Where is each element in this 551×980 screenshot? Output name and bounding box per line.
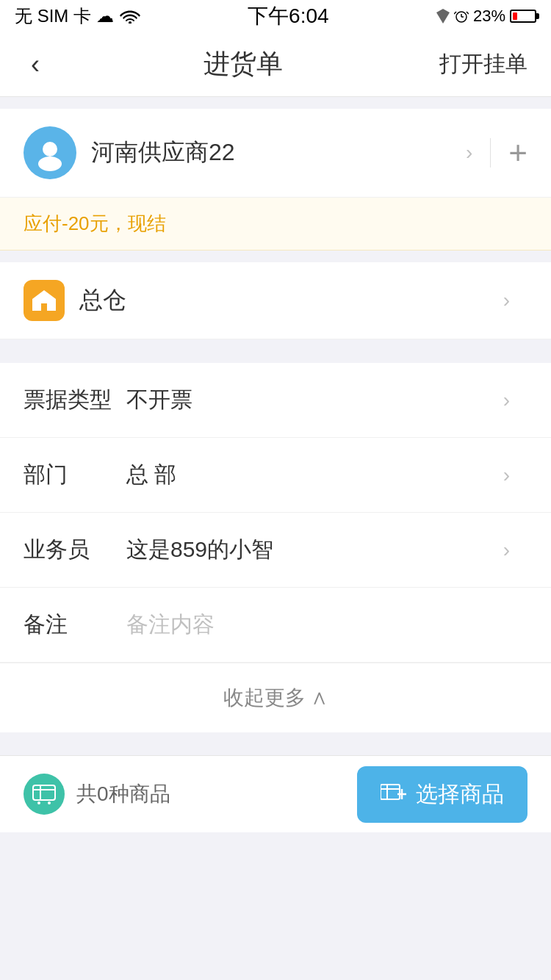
- invoice-label: 票据类型: [24, 385, 126, 415]
- collapse-label: 收起更多 ∧: [223, 686, 328, 709]
- back-button[interactable]: ‹: [24, 42, 47, 87]
- supplier-chevron-icon: ›: [466, 141, 472, 165]
- open-pending-button[interactable]: 打开挂单: [439, 49, 527, 79]
- department-chevron-icon: ›: [503, 464, 510, 487]
- salesperson-row[interactable]: 业务员 这是859的小智 ›: [0, 513, 551, 588]
- remark-input[interactable]: 备注内容: [126, 610, 527, 640]
- battery-icon: [510, 10, 536, 23]
- svg-rect-11: [381, 785, 400, 799]
- house-icon: [31, 289, 57, 312]
- divider1: [0, 251, 551, 262]
- svg-point-5: [38, 156, 62, 171]
- svg-rect-6: [33, 785, 55, 800]
- invoice-row[interactable]: 票据类型 不开票 ›: [0, 363, 551, 438]
- supplier-section: 河南供应商22 › + 应付-20元，现结: [0, 109, 551, 251]
- svg-point-4: [43, 142, 57, 156]
- department-row[interactable]: 部门 总 部 ›: [0, 438, 551, 513]
- invoice-chevron-icon: ›: [503, 389, 510, 412]
- status-left: 无 SIM 卡 ☁: [15, 4, 140, 28]
- salesperson-chevron-icon: ›: [503, 538, 510, 562]
- notice-text: 应付-20元，现结: [24, 212, 166, 234]
- main-background: [0, 832, 551, 980]
- status-right: 23%: [436, 7, 536, 26]
- department-label: 部门: [24, 460, 126, 490]
- status-time: 下午6:04: [248, 2, 329, 30]
- location-icon: [436, 9, 450, 24]
- salesperson-label: 业务员: [24, 535, 126, 565]
- status-bar: 无 SIM 卡 ☁ 下午6:04 23%: [0, 0, 551, 32]
- top-divider: [0, 97, 551, 109]
- cart-icon: [32, 784, 57, 804]
- divider2: [0, 339, 551, 351]
- remark-row[interactable]: 备注 备注内容: [0, 588, 551, 663]
- warehouse-icon: [24, 280, 65, 321]
- svg-point-10: [48, 801, 51, 804]
- collapse-button[interactable]: 收起更多 ∧: [0, 663, 551, 732]
- avatar-icon: [32, 134, 68, 171]
- form-section: 票据类型 不开票 › 部门 总 部 › 业务员 这是859的小智 › 备注 备注…: [0, 363, 551, 732]
- supplier-divider: [490, 138, 491, 167]
- alarm-icon: [454, 9, 469, 24]
- select-product-label: 选择商品: [416, 779, 504, 810]
- svg-point-9: [37, 801, 40, 804]
- bottom-bar: 共0种商品 选择商品: [0, 756, 551, 832]
- remark-label: 备注: [24, 610, 126, 640]
- department-value: 总 部: [126, 460, 503, 490]
- nav-bar: ‹ 进货单 打开挂单: [0, 32, 551, 97]
- warehouse-chevron-icon: ›: [503, 289, 510, 312]
- battery-percent: 23%: [473, 7, 505, 26]
- sim-text: 无 SIM 卡 ☁: [15, 4, 114, 28]
- notice-bar: 应付-20元，现结: [0, 198, 551, 251]
- svg-point-0: [129, 21, 132, 24]
- supplier-name: 河南供应商22: [91, 137, 466, 169]
- supplier-row[interactable]: 河南供应商22 › +: [0, 109, 551, 198]
- warehouse-section: 总仓 ›: [0, 262, 551, 339]
- nav-title: 进货单: [204, 46, 283, 82]
- select-product-button[interactable]: 选择商品: [357, 766, 527, 823]
- divider3: [0, 732, 551, 744]
- product-count-section: 共0种商品: [24, 774, 170, 815]
- salesperson-value: 这是859的小智: [126, 535, 503, 565]
- select-product-icon: [381, 783, 407, 805]
- product-count-text: 共0种商品: [76, 780, 170, 808]
- invoice-value: 不开票: [126, 385, 503, 415]
- add-button[interactable]: +: [508, 137, 527, 169]
- product-count-icon: [24, 774, 65, 815]
- warehouse-name: 总仓: [79, 284, 503, 317]
- wifi-icon: [120, 9, 140, 24]
- supplier-avatar: [24, 126, 76, 179]
- warehouse-row[interactable]: 总仓 ›: [0, 262, 551, 339]
